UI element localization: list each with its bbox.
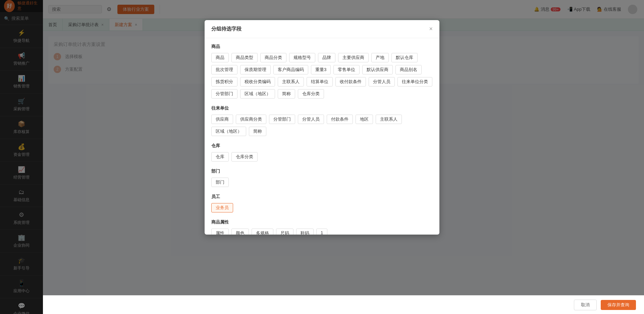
field-section-title-product-attr: 商品属性 <box>211 219 433 225</box>
field-tag-region[interactable]: 区域（地区） <box>240 89 275 99</box>
bottom-bar: 取消 保存并查询 <box>43 295 644 314</box>
field-section-staff: 员工业务员 <box>211 194 433 212</box>
field-tag-warehouse[interactable]: 仓库 <box>211 152 229 162</box>
field-tag-retail-unit[interactable]: 零售单位 <box>333 65 360 74</box>
field-tag-default-supplier[interactable]: 默认供应商 <box>362 65 393 74</box>
field-tag-attribute[interactable]: 属性 <box>211 229 229 235</box>
field-section-product-attr: 商品属性属性颜色多规格尺码鞋码1 <box>211 219 433 235</box>
field-tag-short-name2[interactable]: 简称 <box>249 127 266 136</box>
field-tag-weight3[interactable]: 重量3 <box>311 65 331 74</box>
field-tag-batch-management[interactable]: 批次管理 <box>211 65 237 74</box>
field-section-title-staff: 员工 <box>211 194 433 200</box>
field-tag-product-type[interactable]: 商品类型 <box>231 53 258 62</box>
field-section-dept-section: 部门部门 <box>211 168 433 187</box>
field-tag-warehouse-cat[interactable]: 仓库分类 <box>231 152 258 162</box>
field-tag-dept2[interactable]: 分管部门 <box>269 115 295 124</box>
field-tag-warehouse-category[interactable]: 仓库分类 <box>298 89 324 99</box>
field-tag-brand[interactable]: 品牌 <box>318 53 335 62</box>
field-tags-warehouse: 仓库仓库分类 <box>211 152 433 162</box>
field-tags-product-attr: 属性颜色多规格尺码鞋码1 <box>211 229 433 235</box>
field-tag-tax-code[interactable]: 税收分类编码 <box>240 77 275 86</box>
modal-overlay: 分组待选字段 × 商品商品商品类型商品分类规格型号品牌主要供应商产地默认仓库批次… <box>0 0 644 314</box>
field-section-title-dept-section: 部门 <box>211 168 433 174</box>
field-tag-pickup-points[interactable]: 拣货积分 <box>211 77 237 86</box>
field-tag-origin[interactable]: 产地 <box>371 53 389 62</box>
field-tag-dept[interactable]: 分管部门 <box>211 89 237 99</box>
field-tag-size[interactable]: 尺码 <box>276 229 293 235</box>
field-tag-multi-spec[interactable]: 多规格 <box>252 229 273 235</box>
field-tag-customer-code[interactable]: 客户商品编码 <box>273 65 308 74</box>
field-section-counterpart: 往来单位供应商供应商分类分管部门分管人员付款条件地区主联系人区域（地区）简称 <box>211 105 433 136</box>
field-section-title-product: 商品 <box>211 44 433 50</box>
modal-header: 分组待选字段 × <box>205 20 439 38</box>
field-tag-spec-type[interactable]: 规格型号 <box>289 53 315 62</box>
field-tag-short-name[interactable]: 简称 <box>278 89 295 99</box>
field-tags-product: 商品商品类型商品分类规格型号品牌主要供应商产地默认仓库批次管理保质期管理客户商品… <box>211 53 433 99</box>
modal-close-button[interactable]: × <box>429 25 433 33</box>
field-tag-expiry-management[interactable]: 保质期管理 <box>240 65 271 74</box>
field-tag-custom1[interactable]: 1 <box>316 229 327 235</box>
field-tags-staff: 业务员 <box>211 203 433 212</box>
field-tag-product-category[interactable]: 商品分类 <box>260 53 286 62</box>
field-tag-salesperson[interactable]: 业务员 <box>211 203 233 212</box>
field-tags-dept-section: 部门 <box>211 178 433 187</box>
field-tag-alias[interactable]: 商品别名 <box>395 65 422 74</box>
field-tag-manager[interactable]: 分管人员 <box>369 77 395 86</box>
modal-title: 分组待选字段 <box>211 26 241 32</box>
field-tag-main-contact[interactable]: 主联系人 <box>278 77 304 86</box>
field-tag-default-warehouse[interactable]: 默认仓库 <box>391 53 418 62</box>
field-tag-payment-terms[interactable]: 收付款条件 <box>335 77 366 86</box>
field-tag-product[interactable]: 商品 <box>211 53 229 62</box>
field-tag-source-unit-category[interactable]: 往来单位分类 <box>397 77 432 86</box>
field-section-title-counterpart: 往来单位 <box>211 105 433 111</box>
field-tag-region2[interactable]: 地区 <box>356 115 373 124</box>
field-tag-main-contact2[interactable]: 主联系人 <box>376 115 402 124</box>
field-section-product: 商品商品商品类型商品分类规格型号品牌主要供应商产地默认仓库批次管理保质期管理客户… <box>211 44 433 99</box>
field-tag-payment-cond[interactable]: 付款条件 <box>327 115 353 124</box>
modal-body: 商品商品商品类型商品分类规格型号品牌主要供应商产地默认仓库批次管理保质期管理客户… <box>205 38 439 235</box>
field-tag-settlement-unit[interactable]: 结算单位 <box>307 77 333 86</box>
field-tag-supplier-category[interactable]: 供应商分类 <box>236 115 266 124</box>
field-section-title-warehouse: 仓库 <box>211 143 433 149</box>
field-tags-counterpart: 供应商供应商分类分管部门分管人员付款条件地区主联系人区域（地区）简称 <box>211 115 433 136</box>
field-tag-region-area[interactable]: 区域（地区） <box>211 127 246 136</box>
save-query-button[interactable]: 保存并查询 <box>601 300 636 310</box>
field-tag-main-supplier[interactable]: 主要供应商 <box>338 53 369 62</box>
modal-dialog: 分组待选字段 × 商品商品商品类型商品分类规格型号品牌主要供应商产地默认仓库批次… <box>205 20 439 235</box>
field-tag-dept3[interactable]: 部门 <box>211 178 229 187</box>
field-tag-shoe-size[interactable]: 鞋码 <box>296 229 314 235</box>
field-tag-manager2[interactable]: 分管人员 <box>298 115 324 124</box>
field-section-warehouse: 仓库仓库仓库分类 <box>211 143 433 162</box>
field-tag-supplier[interactable]: 供应商 <box>211 115 233 124</box>
field-tag-color[interactable]: 颜色 <box>231 229 249 235</box>
cancel-button[interactable]: 取消 <box>574 300 597 310</box>
